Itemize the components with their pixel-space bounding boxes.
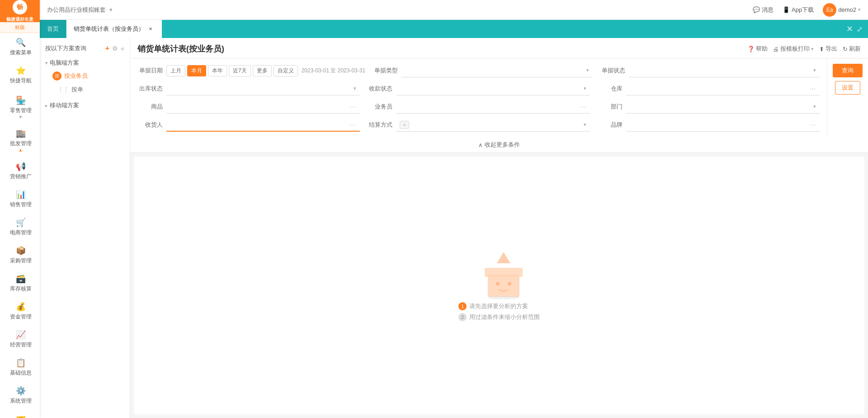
maximize-window-icon[interactable]: ⤢ bbox=[857, 25, 863, 33]
receiver-control[interactable]: ··· bbox=[166, 118, 360, 132]
finance-icon: 💰 bbox=[16, 302, 26, 312]
empty-hint-1: 1 请先选择要分析的方案 bbox=[458, 302, 540, 310]
doc-type-control[interactable]: ▾ bbox=[401, 64, 592, 77]
message-btn[interactable]: 💬 消息 bbox=[753, 6, 774, 14]
panel-add-btn[interactable]: + bbox=[105, 44, 109, 52]
help-btn[interactable]: ❓ 帮助 bbox=[747, 45, 768, 53]
doc-title: 办公用品行业模拟账套 bbox=[47, 6, 106, 14]
ecommerce-icon: 🛒 bbox=[16, 218, 26, 228]
sidebar-item-retail[interactable]: 🏪 零售管理 ▼ bbox=[0, 91, 40, 124]
panel-fold-btn[interactable]: « bbox=[121, 45, 124, 52]
logo-symbol: 畅 bbox=[17, 3, 23, 11]
sub-order-label: 按单 bbox=[71, 86, 83, 94]
filter-field-collect-status: 收款状态 ▾ bbox=[367, 82, 590, 95]
department-arrow: ▾ bbox=[813, 104, 816, 109]
tab-close-btn[interactable]: × bbox=[147, 25, 154, 33]
export-btn[interactable]: ⬆ 导出 bbox=[819, 45, 837, 53]
scheme-sub-item-order[interactable]: ⋮⋮ 按单 bbox=[40, 83, 130, 96]
salesperson-label: 业务员 bbox=[367, 103, 392, 111]
sidebar-item-shortcut[interactable]: ⭐ 快捷导航 bbox=[0, 61, 40, 89]
sidebar-item-search[interactable]: 🔍 搜索菜单 bbox=[0, 33, 40, 61]
app-download-label: App下载 bbox=[792, 6, 814, 14]
export-icon: ⬆ bbox=[819, 46, 824, 52]
mobile-group-arrow: ▸ bbox=[45, 103, 48, 109]
scheme-group-pc-title[interactable]: ▾ 电脑端方案 bbox=[40, 57, 130, 69]
tabbar-right-actions: ✕ ⤢ bbox=[841, 24, 868, 34]
user-dropdown-icon: ▾ bbox=[858, 7, 861, 13]
sidebar-logo: 畅 畅捷通好生意 bbox=[0, 0, 40, 22]
filter-field-department: 部门 ▾ bbox=[597, 100, 820, 114]
topbar: 办公用品行业模拟账套 ▾ 💬 消息 📱 App下载 Ea demo2 ▾ bbox=[40, 0, 868, 20]
settings-button[interactable]: 设置 bbox=[835, 81, 860, 95]
date-more-btn[interactable]: 更多 bbox=[253, 65, 272, 76]
salesperson-dots: ··· bbox=[580, 103, 586, 110]
sidebar-item-inventory[interactable]: 🗃️ 库存核算 bbox=[0, 269, 40, 297]
sidebar-subtitle: 标版 bbox=[0, 22, 40, 33]
empty-state: 1 请先选择要分析的方案 2 用过滤条件来缩小分析范围 bbox=[134, 157, 864, 414]
filter-row-4: 收货人 ··· 结算方式 × ▾ bbox=[137, 118, 820, 132]
close-window-icon[interactable]: ✕ bbox=[846, 24, 853, 34]
sidebar-item-sales[interactable]: 📊 销售管理 bbox=[0, 185, 40, 213]
filter-field-warehouse: 仓库 ··· bbox=[597, 82, 820, 95]
goods-control[interactable]: ··· bbox=[166, 100, 360, 114]
sidebar-item-system[interactable]: ⚙️ 系统管理 bbox=[0, 381, 40, 409]
logo-text: 畅捷通好生意 bbox=[6, 16, 33, 22]
panel-settings-btn[interactable]: ⚙ bbox=[112, 45, 118, 52]
svg-point-3 bbox=[496, 282, 500, 285]
settlement-control[interactable]: × ▾ bbox=[396, 118, 590, 132]
sidebar-item-basic[interactable]: 📋 基础信息 bbox=[0, 353, 40, 381]
message-label: 消息 bbox=[762, 6, 774, 14]
date-last-month-btn[interactable]: 上月 bbox=[166, 65, 185, 76]
date-this-year-btn[interactable]: 本年 bbox=[208, 65, 227, 76]
sidebar-item-operations[interactable]: 📈 经营管理 bbox=[0, 325, 40, 353]
sidebar-item-ecommerce[interactable]: 🛒 电商管理 bbox=[0, 213, 40, 241]
refresh-btn[interactable]: ↻ 刷新 bbox=[843, 45, 861, 53]
query-button[interactable]: 查询 bbox=[833, 64, 863, 77]
goods-label: 商品 bbox=[137, 103, 163, 111]
sidebar-item-retail-label: 零售管理 bbox=[10, 107, 32, 114]
filter-row-2: 出库状态 ▾ 收款状态 ▾ 仓库 bbox=[137, 82, 820, 95]
tab-home[interactable]: 首页 bbox=[40, 20, 66, 38]
sidebar-item-finance[interactable]: 💰 资金管理 bbox=[0, 297, 40, 325]
brand-control[interactable]: ··· bbox=[626, 118, 820, 132]
collect-status-control[interactable]: ▾ bbox=[396, 82, 590, 95]
sidebar-item-wholesale[interactable]: 🏬 批发管理 ▲ bbox=[0, 124, 40, 157]
warehouse-control[interactable]: ··· bbox=[626, 82, 820, 95]
user-profile-btn[interactable]: Ea demo2 ▾ bbox=[823, 3, 861, 17]
department-control[interactable]: ▾ bbox=[626, 100, 820, 114]
svg-point-4 bbox=[508, 282, 511, 285]
empty-illustration bbox=[476, 250, 522, 295]
topbar-dropdown-icon[interactable]: ▾ bbox=[109, 6, 113, 13]
filter-field-brand: 品牌 ··· bbox=[597, 118, 820, 132]
date-last7-btn[interactable]: 近7天 bbox=[229, 65, 251, 76]
svg-rect-1 bbox=[485, 268, 523, 277]
department-label: 部门 bbox=[597, 103, 623, 111]
settlement-tag-remove[interactable]: × bbox=[403, 122, 406, 128]
app-download-btn[interactable]: 📱 App下载 bbox=[783, 6, 814, 14]
doc-status-control[interactable]: ▾ bbox=[629, 64, 820, 77]
settlement-label: 结算方式 bbox=[367, 121, 392, 129]
date-this-month-btn[interactable]: 本月 bbox=[187, 65, 206, 76]
template-print-btn[interactable]: 🖨 按模板打印 ▾ bbox=[773, 45, 814, 53]
sidebar-item-purchase[interactable]: 📦 采购管理 bbox=[0, 241, 40, 269]
template-print-icon: 🖨 bbox=[773, 46, 779, 52]
tab-sales-stat[interactable]: 销货单统计表（按业务员） × bbox=[66, 20, 162, 38]
sidebar-item-ecommerce-label: 电商管理 bbox=[10, 229, 32, 237]
sidebar-item-marketing[interactable]: 📢 营销推广 bbox=[0, 157, 40, 185]
scheme-group-pc: ▾ 电脑端方案 按 按业务员 ⋮⋮ 按单 bbox=[40, 55, 130, 98]
doc-status-label: 单据状态 bbox=[600, 66, 625, 75]
filter-field-salesperson: 业务员 ··· bbox=[367, 100, 590, 114]
out-status-control[interactable]: ▾ bbox=[166, 82, 360, 95]
sidebar-item-shortcut-label: 快捷导航 bbox=[10, 77, 32, 85]
scheme-group-mobile-title[interactable]: ▸ 移动端方案 bbox=[40, 100, 130, 111]
collapse-btn[interactable]: ∧ 收起更多条件 bbox=[130, 137, 868, 153]
date-custom-btn[interactable]: 自定义 bbox=[274, 65, 298, 76]
scheme-item-salesman[interactable]: 按 按业务员 bbox=[40, 69, 130, 83]
form-title: 销货单统计表(按业务员) bbox=[137, 43, 224, 54]
help-label: 帮助 bbox=[756, 45, 768, 53]
sidebar-item-wholesale-label: 批发管理 bbox=[10, 140, 32, 147]
sidebar-item-cooperation[interactable]: 🤝 企业协同 bbox=[0, 409, 40, 418]
date-filter: 上月 本月 本年 近7天 更多 自定义 2023-03-01 至 2023-03… bbox=[166, 65, 365, 76]
salesperson-control[interactable]: ··· bbox=[396, 100, 590, 114]
refresh-icon: ↻ bbox=[843, 46, 848, 52]
